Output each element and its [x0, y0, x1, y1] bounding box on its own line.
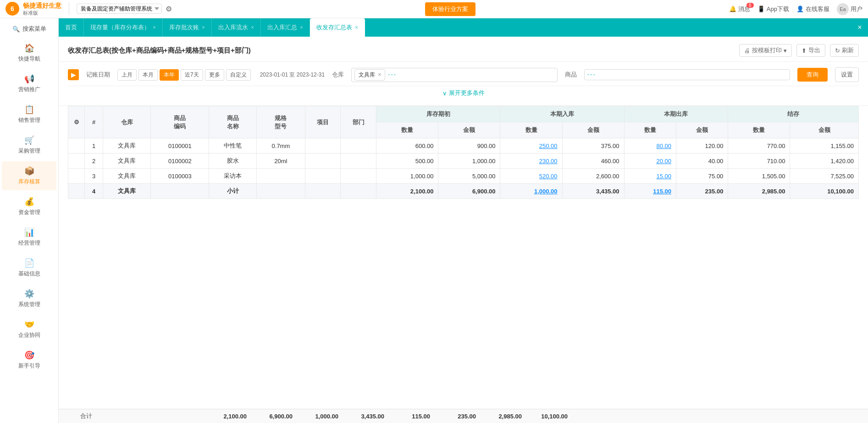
tab-close-inventory-dist[interactable]: × [153, 24, 156, 31]
cell-warehouse: 文具库 [103, 154, 151, 169]
tab-recv-send[interactable]: 收发存汇总表 × [310, 18, 365, 37]
sidebar-item-operations[interactable]: 📊 经营管理 [2, 223, 56, 252]
sidebar-item-quick-nav[interactable]: 🏠 快捷导航 [2, 38, 56, 67]
date-btn-last-month[interactable]: 上月 [117, 69, 137, 81]
brand-text: 畅捷通好生意 标准版 [23, 1, 61, 16]
cell-in-amt: 460.00 [562, 154, 624, 169]
app-download-item[interactable]: 📱 App下载 [757, 5, 789, 13]
query-button[interactable]: 查询 [797, 68, 828, 82]
sidebar-item-marketing[interactable]: 📢 营销推广 [2, 69, 56, 98]
th-code: 商品编码 [151, 106, 209, 138]
cell-out-amt: 120.00 [676, 138, 728, 154]
sidebar-item-purchase[interactable]: 🛒 采购管理 [2, 131, 56, 159]
filter-area: ▶ 记账日期 上月 本月 本年 近7天 更多 自定义 2023-01-01 至 … [59, 62, 868, 106]
cell-dept [341, 184, 376, 199]
cell-out-qty[interactable]: 15.00 [624, 169, 676, 184]
sales-icon: 📋 [24, 104, 34, 115]
cell-no: 4 [85, 184, 103, 199]
th-out: 本期出库 [624, 106, 728, 122]
sidebar-item-finance[interactable]: 💰 资金管理 [2, 192, 56, 221]
sidebar-item-sales[interactable]: 📋 销售管理 [2, 100, 56, 129]
sidebar-item-basic[interactable]: 📄 基础信息 [2, 253, 56, 282]
cell-dept [341, 169, 376, 184]
tab-inout-flow[interactable]: 出入库流水 × [212, 18, 261, 37]
tab-close-inout-flow[interactable]: × [251, 24, 254, 31]
sidebar-item-guide[interactable]: 🎯 新手引导 [2, 346, 56, 374]
cell-out-qty[interactable]: 80.00 [624, 138, 676, 154]
cell-close-amt: 1,420.00 [790, 154, 859, 169]
purchase-icon: 🛒 [24, 135, 34, 145]
filter-row-1: ▶ 记账日期 上月 本月 本年 近7天 更多 自定义 2023-01-01 至 … [68, 67, 859, 82]
cell-dept [341, 154, 376, 169]
date-btn-this-month[interactable]: 本月 [138, 69, 158, 81]
cell-in-qty[interactable]: 250.00 [500, 138, 562, 154]
refresh-button[interactable]: ↻ 刷新 [830, 44, 859, 57]
cell-name: 小计 [209, 184, 257, 199]
tab-home[interactable]: 首页 [59, 18, 84, 37]
sidebar-item-inventory[interactable]: 📦 库存核算 [2, 161, 56, 190]
date-btn-custom[interactable]: 自定义 [226, 69, 251, 81]
tab-close-inout-summary[interactable]: × [300, 24, 303, 31]
cell-in-qty[interactable]: 520.00 [500, 169, 562, 184]
guide-icon: 🎯 [24, 350, 34, 360]
messages-item[interactable]: 🔔 消息 6 [729, 5, 750, 13]
filter-collapse-btn[interactable]: ▶ [68, 69, 79, 80]
th-name: 商品名称 [209, 106, 257, 138]
phone-icon: 📱 [757, 5, 765, 12]
th-out-qty: 数量 [624, 122, 676, 138]
subtotal-row: 4 文具库 小计 2,100.00 6,900.00 1,000.00 [68, 184, 859, 199]
cell-settings [68, 184, 85, 199]
cell-in-amt: 2,600.00 [562, 169, 624, 184]
cell-no: 1 [85, 138, 103, 154]
footer-open-amt: 6,900.00 [251, 413, 297, 420]
cell-in-qty[interactable]: 1,000.00 [500, 184, 562, 199]
trial-button[interactable]: 体验行业方案 [425, 2, 475, 16]
cell-settings [68, 138, 85, 154]
date-btn-more[interactable]: 更多 [205, 69, 224, 81]
user-item[interactable]: Ea 用户 [837, 3, 862, 15]
online-service-item[interactable]: 👤 在线客服 [796, 5, 829, 13]
sidebar-item-search[interactable]: 🔍 搜索菜单 [2, 21, 56, 37]
expand-conditions-btn[interactable]: ∨ 展开更多条件 [442, 89, 485, 97]
settings-icon[interactable]: ⚙ [166, 5, 172, 13]
sidebar-item-system[interactable]: ⚙️ 系统管理 [2, 284, 56, 313]
export-button[interactable]: ⬆ 导出 [796, 44, 825, 57]
cell-close-qty: 710.00 [728, 154, 790, 169]
sidebar-item-enterprise[interactable]: 🤝 企业协同 [2, 315, 56, 344]
print-button[interactable]: 🖨 按模板打印 ▾ [739, 44, 792, 57]
date-btn-this-year[interactable]: 本年 [160, 69, 179, 81]
date-btn-last7[interactable]: 近7天 [181, 69, 203, 81]
cell-name: 采访本 [209, 169, 257, 184]
goods-more-dots[interactable]: ··· [587, 71, 596, 79]
cell-in-qty[interactable]: 230.00 [500, 154, 562, 169]
tab-inout-summary[interactable]: 出入库汇总 × [261, 18, 310, 37]
th-in-qty: 数量 [500, 122, 562, 138]
tab-inventory-dist[interactable]: 现存量（库存分布表） × [84, 18, 163, 37]
cell-in-amt: 375.00 [562, 138, 624, 154]
operations-icon: 📊 [24, 227, 34, 237]
system-select[interactable]: 装备及固定资产辅助管理系统 [77, 4, 162, 14]
cell-close-qty: 2,985.00 [728, 184, 790, 199]
cell-code [151, 184, 209, 199]
finance-icon: 💰 [24, 197, 34, 207]
cell-warehouse: 文具库 [103, 138, 151, 154]
table-row: 1 文具库 0100001 中性笔 0.7mm 600.00 900.00 25… [68, 138, 859, 154]
date-filters: 上月 本月 本年 近7天 更多 自定义 [117, 69, 251, 81]
warehouse-more-dots[interactable]: ··· [388, 71, 397, 79]
tab-batch[interactable]: 库存批次账 × [163, 18, 212, 37]
tab-bar-close-all[interactable]: × [851, 18, 868, 37]
messages-badge: 6 [746, 3, 754, 8]
table-settings-icon[interactable]: ⚙ [74, 119, 79, 126]
warehouse-filter-area[interactable]: 文具库 × ··· [351, 68, 557, 82]
goods-filter-area[interactable]: ··· [584, 69, 790, 80]
th-project: 项目 [305, 106, 341, 138]
footer-in-amt: 3,435.00 [343, 413, 389, 420]
tab-close-recv-send[interactable]: × [355, 24, 358, 31]
cell-out-qty[interactable]: 20.00 [624, 154, 676, 169]
cell-spec [257, 184, 305, 199]
warehouse-tag-remove[interactable]: × [378, 71, 381, 78]
cell-out-qty[interactable]: 115.00 [624, 184, 676, 199]
filter-settings-button[interactable]: 设置 [835, 67, 859, 82]
bell-icon: 🔔 [729, 5, 736, 12]
tab-close-batch[interactable]: × [202, 24, 205, 31]
